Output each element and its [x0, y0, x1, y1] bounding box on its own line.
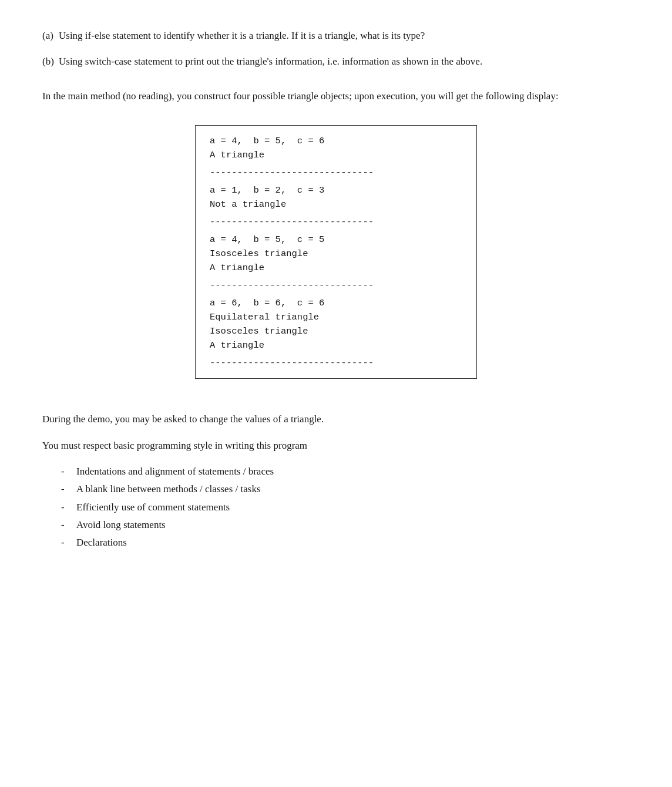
- bullet-dash: -: [61, 535, 69, 550]
- bullet-text-4: Avoid long statements: [76, 517, 166, 533]
- section-a: (a) Using if-else statement to identify …: [42, 28, 630, 43]
- style-paragraph: You must respect basic programming style…: [42, 438, 630, 453]
- divider-3: ------------------------------: [210, 278, 462, 292]
- list-item: - Indentations and alignment of statemen…: [61, 464, 630, 479]
- divider-1: ------------------------------: [210, 166, 462, 180]
- list-item: - Avoid long statements: [61, 517, 630, 533]
- code-box: a = 4, b = 5, c = 6 A triangle ---------…: [195, 125, 477, 379]
- section-b-label: (b): [42, 54, 59, 69]
- section-b-text: Using switch-case statement to print out…: [59, 54, 630, 69]
- list-item: - Efficiently use of comment statements: [61, 500, 630, 515]
- code-line-3-3: A triangle: [210, 261, 462, 275]
- code-line-4-3: Isosceles triangle: [210, 324, 462, 338]
- bullet-text-5: Declarations: [76, 535, 127, 550]
- main-paragraph: In the main method (no reading), you con…: [42, 89, 630, 104]
- bullet-text-1: Indentations and alignment of statements…: [76, 464, 274, 479]
- divider-4: ------------------------------: [210, 356, 462, 370]
- code-line-3-1: a = 4, b = 5, c = 5: [210, 233, 462, 247]
- code-line-2-2: Not a triangle: [210, 197, 462, 211]
- bullet-text-3: Efficiently use of comment statements: [76, 500, 230, 515]
- bullet-dash: -: [61, 517, 69, 533]
- code-line-2-1: a = 1, b = 2, c = 3: [210, 183, 462, 197]
- bullet-dash: -: [61, 464, 69, 479]
- demo-paragraph: During the demo, you may be asked to cha…: [42, 412, 630, 427]
- bullet-text-2: A blank line between methods / classes /…: [76, 482, 261, 497]
- code-line-4-1: a = 6, b = 6, c = 6: [210, 296, 462, 310]
- list-item: - A blank line between methods / classes…: [61, 482, 630, 497]
- bullet-list: - Indentations and alignment of statemen…: [61, 464, 630, 551]
- code-box-wrapper: a = 4, b = 5, c = 6 A triangle ---------…: [42, 115, 630, 395]
- bullet-dash: -: [61, 482, 69, 497]
- section-b: (b) Using switch-case statement to print…: [42, 54, 630, 69]
- code-line-1-2: A triangle: [210, 148, 462, 162]
- code-line-4-2: Equilateral triangle: [210, 310, 462, 324]
- section-a-label: (a): [42, 28, 59, 43]
- code-line-4-4: A triangle: [210, 338, 462, 352]
- code-line-3-2: Isosceles triangle: [210, 247, 462, 261]
- section-a-text: Using if-else statement to identify whet…: [59, 28, 630, 43]
- code-line-1-1: a = 4, b = 5, c = 6: [210, 134, 462, 148]
- list-item: - Declarations: [61, 535, 630, 550]
- divider-2: ------------------------------: [210, 215, 462, 229]
- bullet-dash: -: [61, 500, 69, 515]
